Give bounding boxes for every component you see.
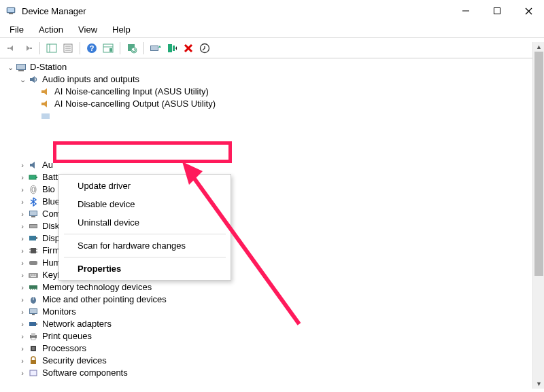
category-software-components[interactable]: Software components [3, 367, 544, 379]
tree-label: Batt [41, 171, 58, 183]
category-print-queues[interactable]: Print queues [3, 330, 544, 342]
bluetooth-icon [27, 196, 39, 207]
context-menu: Update driver Disable device Uninstall d… [58, 174, 231, 281]
update-driver-toolbar-icon[interactable] [148, 41, 163, 56]
caret-closed-icon[interactable] [18, 281, 27, 293]
menu-scan-hardware[interactable]: Scan for hardware changes [61, 236, 228, 255]
devices-events-icon[interactable] [197, 41, 212, 56]
svg-rect-33 [36, 177, 37, 178]
toolbar-sep [39, 42, 40, 54]
speaker-icon [27, 160, 39, 171]
svg-rect-32 [29, 175, 36, 179]
close-button[interactable] [513, 0, 544, 22]
caret-closed-icon[interactable] [18, 269, 27, 281]
svg-rect-50 [30, 274, 31, 276]
svg-rect-69 [31, 338, 35, 340]
svg-rect-23 [151, 46, 158, 50]
device-item[interactable]: AI Noise-cancelling Output (ASUS Utility… [3, 98, 544, 110]
processor-chip-icon [27, 343, 39, 354]
maximize-button[interactable] [481, 0, 513, 22]
svg-rect-66 [36, 323, 37, 325]
speaker-icon [27, 74, 39, 85]
caret-closed-icon[interactable] [18, 257, 27, 269]
root-node[interactable]: D-Station [3, 61, 544, 73]
menubar: File Action View Help [0, 22, 544, 38]
svg-point-35 [32, 187, 35, 192]
caret-closed-icon[interactable] [18, 293, 27, 306]
svg-rect-24 [168, 44, 172, 52]
svg-rect-2 [9, 13, 13, 14]
disk-drive-icon [27, 221, 39, 232]
menu-uninstall-device[interactable]: Uninstall device [61, 213, 228, 232]
tree-label: Monitors [41, 306, 76, 318]
svg-rect-65 [29, 322, 36, 326]
monitor-icon [27, 209, 39, 219]
show-hide-console-tree-icon[interactable] [44, 41, 59, 56]
vertical-scrollbar[interactable]: ▲ ▼ [532, 42, 544, 389]
category-processors[interactable]: Processors [3, 342, 544, 355]
scroll-thumb[interactable] [534, 52, 543, 276]
svg-rect-4 [494, 8, 500, 14]
tree-label: AI Noise-cancelling Input (ASUS Utility) [53, 86, 209, 98]
caret-closed-icon[interactable] [18, 330, 27, 342]
tree-wrap: D-Station Audio inputs and outputs AI No… [0, 58, 544, 392]
caret-closed-icon[interactable] [18, 183, 27, 196]
minimize-button[interactable] [450, 0, 481, 22]
svg-rect-54 [31, 277, 36, 278]
nav-forward-icon[interactable] [20, 41, 35, 56]
display-adapter-icon [27, 233, 39, 244]
software-icon [27, 368, 39, 378]
caret-closed-icon[interactable] [18, 232, 27, 245]
category-row[interactable]: Au [3, 159, 544, 171]
caret-closed-icon[interactable] [18, 245, 27, 257]
category-monitors[interactable]: Monitors [3, 306, 544, 318]
svg-rect-31 [41, 113, 50, 119]
caret-closed-icon[interactable] [18, 171, 27, 183]
menu-separator [64, 257, 226, 257]
menu-properties[interactable]: Properties [61, 260, 228, 278]
caret-closed-icon[interactable] [18, 342, 27, 355]
tree-label: Bio [41, 183, 55, 196]
tree-label: Mice and other pointing devices [41, 293, 167, 306]
menu-file[interactable]: File [3, 23, 31, 36]
device-item[interactable]: AI Noise-cancelling Input (ASUS Utility) [3, 86, 544, 98]
properties-toolbar-icon[interactable] [61, 41, 75, 56]
caret-open-icon[interactable] [5, 61, 15, 73]
svg-rect-37 [30, 211, 37, 215]
uninstall-device-toolbar-icon[interactable] [181, 41, 196, 56]
scroll-down-button[interactable]: ▼ [533, 379, 544, 389]
caret-closed-icon[interactable] [18, 367, 27, 379]
disable-device-toolbar-icon[interactable] [165, 41, 180, 56]
menu-action[interactable]: Action [32, 23, 70, 36]
menu-update-driver[interactable]: Update driver [61, 177, 228, 195]
category-security-devices[interactable]: Security devices [3, 355, 544, 367]
audio-device-icon [39, 86, 52, 97]
svg-rect-40 [30, 225, 37, 228]
action-toolbar-icon[interactable] [101, 41, 116, 56]
caret-closed-icon[interactable] [18, 159, 27, 171]
caret-closed-icon[interactable] [18, 318, 27, 330]
scan-hardware-icon[interactable] [124, 41, 139, 56]
caret-closed-icon[interactable] [18, 355, 27, 367]
menu-disable-device[interactable]: Disable device [61, 195, 228, 213]
svg-rect-51 [32, 274, 33, 276]
hid-icon [27, 257, 39, 268]
svg-rect-19 [109, 48, 112, 52]
caret-closed-icon[interactable] [18, 306, 27, 318]
caret-closed-icon[interactable] [18, 208, 27, 220]
caret-open-icon[interactable] [18, 73, 27, 86]
caret-closed-icon[interactable] [18, 220, 27, 232]
category-network-adapters[interactable]: Network adapters [3, 318, 544, 330]
menu-view[interactable]: View [71, 23, 104, 36]
help-toolbar-icon[interactable]: ? [84, 41, 99, 56]
caret-closed-icon[interactable] [18, 196, 27, 208]
category-mice[interactable]: Mice and other pointing devices [3, 293, 544, 306]
tree-label: Audio inputs and outputs [41, 73, 139, 86]
titlebar: Device Manager [0, 0, 544, 22]
menu-help[interactable]: Help [105, 23, 137, 36]
category-audio-io[interactable]: Audio inputs and outputs [3, 73, 544, 86]
nav-back-icon[interactable] [4, 41, 19, 56]
svg-rect-29 [17, 65, 25, 69]
scroll-up-button[interactable]: ▲ [533, 42, 544, 52]
category-memory-tech[interactable]: Memory technology devices [3, 281, 544, 293]
